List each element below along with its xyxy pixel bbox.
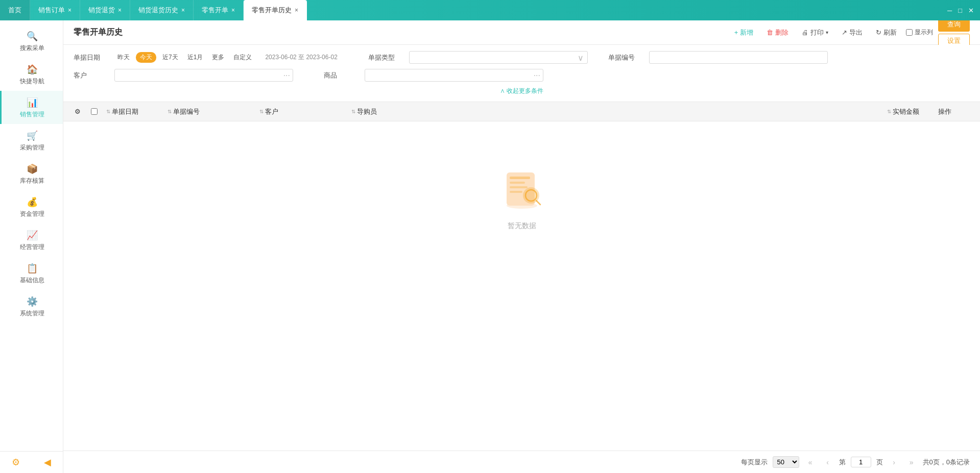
empty-illustration [496, 162, 547, 213]
select-all-checkbox[interactable] [91, 108, 98, 115]
date-btn-more[interactable]: 更多 [209, 52, 227, 63]
sidebar-item-quick-nav[interactable]: 🏠 快捷导航 [0, 58, 63, 91]
date-btn-today[interactable]: 今天 [136, 52, 156, 63]
customer-dots[interactable]: ··· [283, 71, 290, 80]
print-label: 打印 [810, 28, 824, 37]
tab-sale-order[interactable]: 销售订单 × [30, 0, 80, 20]
number-input[interactable] [649, 51, 828, 64]
sort-date-icon: ⇅ [106, 109, 110, 114]
window-min-btn[interactable]: ─ [947, 7, 952, 14]
per-page-select[interactable]: 50 10 20 100 [773, 456, 799, 468]
sidebar-item-operation[interactable]: 📈 经营管理 [0, 223, 63, 257]
refresh-icon: ↻ [876, 29, 881, 36]
th-customer[interactable]: ⇅ 客户 [255, 107, 347, 116]
window-close-btn[interactable]: ✕ [968, 7, 974, 14]
tab-retail-bill-history-close[interactable]: × [295, 7, 298, 14]
sidebar-item-sales[interactable]: 📊 销售管理 [0, 91, 63, 124]
total-info: 共0页，0条记录 [923, 458, 970, 467]
refresh-label: 刷新 [883, 28, 897, 37]
sidebar-settings-icon[interactable]: ⚙ [12, 457, 20, 468]
page-header: 零售开单历史 + 新增 🗑 删除 🖨 打印 ▾ ↗ 导出 [63, 20, 980, 45]
column-settings-icon[interactable]: ⚙ [75, 108, 81, 115]
filter-area: 单据日期 昨天 今天 近7天 近1月 更多 自定义 2023-06-02 至 2… [63, 45, 980, 102]
customer-label: 客户 [74, 71, 104, 80]
customer-input[interactable] [114, 69, 293, 82]
empty-state: 暂无数据 [63, 121, 980, 271]
delete-button[interactable]: 🗑 删除 [762, 26, 793, 39]
th-amount[interactable]: ⇅ 实销金额 [883, 107, 934, 116]
goods-dots[interactable]: ··· [534, 71, 540, 80]
collapse-button[interactable]: ∧ 收起更多条件 [74, 87, 970, 95]
collapse-label: ∧ 收起更多条件 [500, 87, 543, 95]
svg-line-8 [536, 201, 540, 205]
svg-rect-5 [510, 191, 522, 193]
display-detail-checkbox[interactable] [906, 29, 913, 36]
export-label: 导出 [849, 28, 863, 37]
date-btn-yesterday[interactable]: 昨天 [114, 52, 133, 63]
th-guide[interactable]: ⇅ 导购员 [347, 107, 409, 116]
date-btn-7days[interactable]: 近7天 [159, 52, 181, 63]
table-header: ⚙ ⇅ 单据日期 ⇅ 单据编号 ⇅ 客户 ⇅ [63, 102, 980, 121]
th-date[interactable]: ⇅ 单据日期 [102, 107, 163, 116]
tab-retail-bill-label: 零售开单 [202, 6, 228, 15]
home-icon: 🏠 [27, 64, 38, 75]
print-button[interactable]: 🖨 打印 ▾ [798, 26, 832, 39]
sidebar: 🔍 搜索采单 🏠 快捷导航 📊 销售管理 🛒 采购管理 📦 库存核算 💰 资金管… [0, 20, 63, 473]
tab-sale-return-label: 销货退货 [88, 6, 115, 15]
tab-home[interactable]: 首页 [0, 0, 30, 20]
sidebar-item-system[interactable]: ⚙️ 系统管理 [0, 290, 63, 323]
per-page-label: 每页显示 [741, 458, 768, 467]
number-label: 单据编号 [608, 53, 639, 62]
top-bar: 首页 销售订单 × 销货退货 × 销货退货历史 × 零售开单 × 零售开单历史 … [0, 0, 980, 20]
th-checkbox[interactable] [87, 108, 102, 115]
svg-rect-3 [510, 182, 525, 184]
toolbar: + 新增 🗑 删除 🖨 打印 ▾ ↗ 导出 ↻ 刷新 [730, 20, 970, 48]
sidebar-item-finance[interactable]: 💰 资金管理 [0, 190, 63, 223]
empty-text: 暂无数据 [508, 221, 536, 231]
th-action: 操作 [934, 107, 975, 116]
th-number[interactable]: ⇅ 单据编号 [163, 107, 255, 116]
sidebar-item-purchase[interactable]: 🛒 采购管理 [0, 124, 63, 157]
tab-sale-return-history[interactable]: 销货退货历史 × [130, 0, 194, 20]
tab-retail-bill-history[interactable]: 零售开单历史 × [244, 0, 307, 20]
prev-page-btn[interactable]: ‹ [822, 456, 834, 468]
last-page-btn[interactable]: » [905, 456, 918, 468]
tab-retail-bill-close[interactable]: × [231, 7, 235, 14]
tab-retail-bill[interactable]: 零售开单 × [194, 0, 244, 20]
date-btn-custom[interactable]: 自定义 [230, 52, 255, 63]
tab-sale-return[interactable]: 销货退货 × [80, 0, 130, 20]
window-max-btn[interactable]: □ [958, 7, 962, 14]
main-layout: 🔍 搜索采单 🏠 快捷导航 📊 销售管理 🛒 采购管理 📦 库存核算 💰 资金管… [0, 20, 980, 473]
page-suffix: 页 [876, 458, 883, 467]
system-icon: ⚙️ [27, 296, 38, 307]
refresh-button[interactable]: ↻ 刷新 [872, 26, 901, 39]
query-button[interactable]: 查询 [938, 20, 970, 32]
first-page-btn[interactable]: « [804, 456, 817, 468]
export-button[interactable]: ↗ 导出 [838, 26, 867, 39]
date-filter: 昨天 今天 近7天 近1月 更多 自定义 [114, 52, 255, 63]
sidebar-item-basic[interactable]: 📋 基础信息 [0, 257, 63, 290]
type-input[interactable] [409, 51, 588, 64]
sidebar-item-search[interactable]: 🔍 搜索采单 [0, 24, 63, 58]
inventory-icon: 📦 [27, 163, 38, 175]
tab-sale-return-close[interactable]: × [118, 7, 122, 14]
tab-sale-return-history-close[interactable]: × [181, 7, 185, 14]
th-customer-label: 客户 [265, 107, 278, 116]
sidebar-item-inventory-label: 库存核算 [20, 177, 44, 185]
table-area: ⚙ ⇅ 单据日期 ⇅ 单据编号 ⇅ 客户 ⇅ [63, 102, 980, 451]
type-filter-wrap: ∨ [409, 51, 588, 64]
add-button[interactable]: + 新增 [730, 26, 757, 39]
current-page-input[interactable] [851, 457, 871, 467]
type-dropdown-icon[interactable]: ∨ [578, 53, 584, 62]
sales-icon: 📊 [27, 97, 38, 108]
date-btn-1month[interactable]: 近1月 [184, 52, 206, 63]
svg-rect-2 [510, 177, 530, 179]
sidebar-item-inventory[interactable]: 📦 库存核算 [0, 157, 63, 190]
th-settings[interactable]: ⚙ [68, 108, 87, 115]
next-page-btn[interactable]: › [888, 456, 900, 468]
sidebar-collapse-icon[interactable]: ◀ [44, 457, 51, 468]
display-detail-checkbox-wrap[interactable]: 显示列 [906, 28, 933, 37]
tab-sale-order-close[interactable]: × [68, 7, 71, 14]
goods-input[interactable] [365, 69, 543, 82]
content-area: 零售开单历史 + 新增 🗑 删除 🖨 打印 ▾ ↗ 导出 [63, 20, 980, 473]
